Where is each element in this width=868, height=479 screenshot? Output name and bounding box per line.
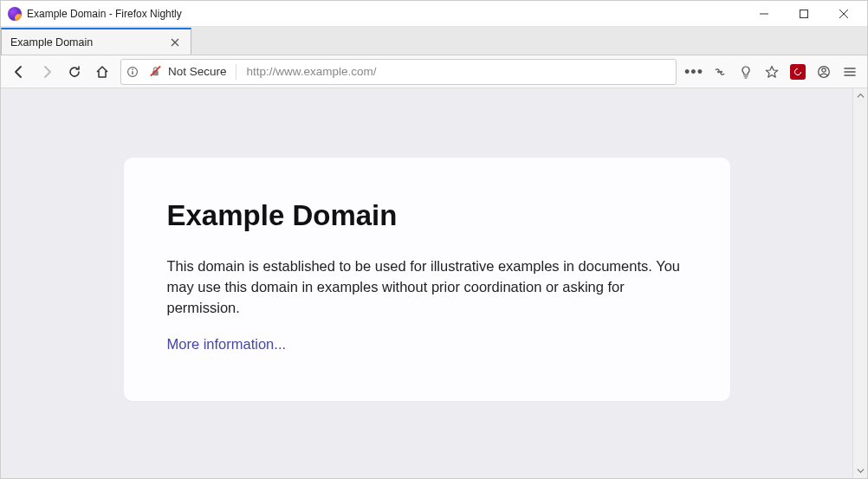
page-heading: Example Domain: [167, 199, 687, 232]
url-bar[interactable]: Not Secure http://www.example.com/: [120, 59, 677, 85]
vertical-scrollbar[interactable]: [852, 88, 867, 478]
firefox-nightly-icon: [8, 7, 22, 21]
url-display: http://www.example.com/: [240, 65, 676, 78]
browser-viewport: Example Domain This domain is establishe…: [1, 88, 867, 478]
svg-rect-2: [132, 71, 133, 74]
insecure-lock-icon[interactable]: [144, 61, 166, 83]
screenshot-icon[interactable]: [708, 60, 732, 84]
urlbar-divider: [236, 64, 236, 80]
forward-button[interactable]: [34, 59, 60, 85]
page-content: Example Domain This domain is establishe…: [1, 88, 852, 478]
back-button[interactable]: [6, 59, 32, 85]
home-button[interactable]: [89, 59, 115, 85]
account-icon[interactable]: [812, 60, 836, 84]
tab-active[interactable]: Example Domain: [1, 28, 191, 55]
window-title: Example Domain - Firefox Nightly: [27, 8, 182, 20]
scroll-down-arrow-icon[interactable]: [853, 463, 867, 478]
window-close-button[interactable]: [824, 1, 864, 27]
hint-icon[interactable]: [734, 60, 758, 84]
app-menu-button[interactable]: [838, 60, 862, 84]
more-information-link[interactable]: More information...: [167, 336, 287, 352]
site-info-icon[interactable]: [121, 61, 144, 83]
content-card: Example Domain This domain is establishe…: [124, 158, 730, 401]
bookmark-star-icon[interactable]: [760, 60, 784, 84]
window-minimize-button[interactable]: [744, 1, 784, 27]
page-actions-button[interactable]: •••: [682, 60, 706, 84]
svg-rect-0: [800, 10, 808, 17]
ublock-icon[interactable]: [786, 60, 810, 84]
window-maximize-button[interactable]: [784, 1, 824, 27]
svg-rect-3: [132, 68, 133, 69]
scroll-up-arrow-icon[interactable]: [853, 88, 867, 103]
page-paragraph: This domain is established to be used fo…: [167, 256, 687, 319]
svg-point-7: [822, 68, 826, 71]
tab-strip: Example Domain: [1, 27, 867, 55]
window-titlebar: Example Domain - Firefox Nightly: [1, 1, 867, 27]
tab-close-button[interactable]: [168, 36, 182, 49]
navigation-toolbar: Not Secure http://www.example.com/ •••: [1, 55, 867, 88]
tab-title: Example Domain: [10, 36, 93, 49]
toolbar-actions: •••: [682, 60, 862, 84]
security-status-label: Not Secure: [166, 65, 232, 78]
reload-button[interactable]: [62, 59, 87, 85]
